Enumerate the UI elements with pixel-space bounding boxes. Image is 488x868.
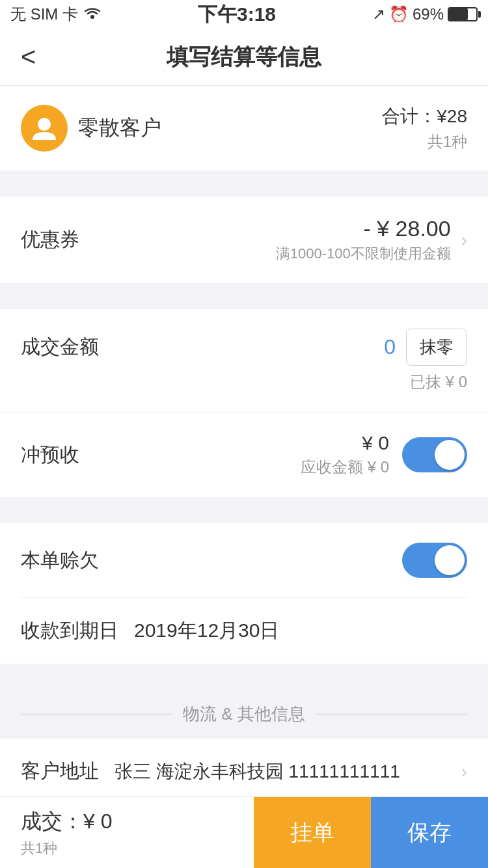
address-content: 张三 海淀永丰科技园 11111111111 <box>115 759 461 784</box>
separator-2 <box>0 296 488 309</box>
chong-sub: 应收金额 ¥ 0 <box>301 457 389 478</box>
hang-button[interactable]: 挂单 <box>254 797 371 869</box>
separator-4 <box>0 677 488 690</box>
status-right: ↗ ⏰ 69% <box>372 5 478 23</box>
bottom-deal-label: 成交： <box>21 809 83 833</box>
back-button[interactable]: < <box>21 37 46 77</box>
chong-value-block: ¥ 0 应收金额 ¥ 0 <box>301 432 389 478</box>
logistics-section-header: 物流 & 其他信息 <box>0 690 488 739</box>
header-line-left <box>21 714 172 714</box>
bottom-count: 共1种 <box>21 839 233 858</box>
separator-1 <box>0 183 488 197</box>
status-time: 下午3:18 <box>198 1 276 28</box>
address-row[interactable]: 客户地址 张三 海淀永丰科技园 11111111111 › <box>0 739 488 804</box>
deal-card: 成交金额 抹零 已抹 ¥ 0 冲预收 ¥ 0 应收金额 ¥ 0 <box>0 309 488 497</box>
bottom-info: 成交：¥ 0 共1种 <box>0 807 254 858</box>
customer-name: 零散客户 <box>78 114 161 142</box>
she-qian-card: 本单赊欠 收款到期日 2019年12月30日 <box>0 523 488 664</box>
bottom-deal-text: 成交：¥ 0 <box>21 807 233 836</box>
chong-yushou-row: 冲预收 ¥ 0 应收金额 ¥ 0 <box>0 413 488 497</box>
alarm-icon: ⏰ <box>389 5 409 23</box>
svg-point-0 <box>90 15 94 19</box>
nav-title: 填写结算等信息 <box>167 42 321 72</box>
she-qian-row: 本单赊欠 <box>0 523 488 597</box>
status-left: 无 SIM 卡 <box>10 4 102 25</box>
due-date-label: 收款到期日 <box>21 617 118 644</box>
save-button[interactable]: 保存 <box>371 797 488 869</box>
coupon-label: 优惠券 <box>21 226 79 253</box>
bottom-deal-value: ¥ 0 <box>83 809 112 833</box>
yi-mo-text: 已抹 ¥ 0 <box>410 373 467 390</box>
coupon-card: 优惠券 - ¥ 28.00 满1000-100不限制使用金额 › <box>0 197 488 283</box>
battery-icon <box>448 7 478 21</box>
deal-amount-row: 成交金额 抹零 已抹 ¥ 0 <box>0 309 488 413</box>
no-sim-text: 无 SIM 卡 <box>10 4 78 25</box>
battery-percent: 69% <box>413 5 444 23</box>
coupon-row[interactable]: 优惠券 - ¥ 28.00 满1000-100不限制使用金额 › <box>0 197 488 283</box>
location-icon: ↗ <box>372 5 385 23</box>
chong-toggle[interactable] <box>402 437 467 472</box>
she-qian-label: 本单赊欠 <box>21 547 99 574</box>
address-label: 客户地址 <box>21 758 99 785</box>
address-chevron: › <box>461 761 467 782</box>
customer-avatar <box>21 105 68 152</box>
content: 零散客户 合计：¥28 共1种 优惠券 - ¥ 28.00 满1000-100不… <box>0 86 488 868</box>
coupon-value-block: - ¥ 28.00 满1000-100不限制使用金额 <box>276 216 451 264</box>
deal-amount-label: 成交金额 <box>21 334 99 360</box>
coupon-desc: 满1000-100不限制使用金额 <box>276 244 451 264</box>
she-qian-toggle-thumb <box>435 545 465 575</box>
separator-3 <box>0 510 488 523</box>
bottom-bar: 成交：¥ 0 共1种 挂单 保存 <box>0 796 488 868</box>
header-line-right <box>316 714 467 714</box>
status-bar: 无 SIM 卡 下午3:18 ↗ ⏰ 69% <box>0 0 488 29</box>
customer-total: 合计：¥28 <box>382 104 467 129</box>
customer-count: 共1种 <box>382 131 467 152</box>
she-qian-toggle[interactable] <box>402 543 467 578</box>
chong-label: 冲预收 <box>21 442 79 468</box>
due-date-value: 2019年12月30日 <box>134 617 279 644</box>
chong-amount: ¥ 0 <box>301 432 389 454</box>
customer-row: 零散客户 合计：¥28 共1种 <box>0 86 488 170</box>
nav-bar: < 填写结算等信息 <box>0 29 488 86</box>
coupon-chevron: › <box>461 230 467 251</box>
wifi-icon <box>83 5 102 23</box>
coupon-amount: - ¥ 28.00 <box>276 216 451 241</box>
coupon-right: - ¥ 28.00 满1000-100不限制使用金额 › <box>276 216 467 264</box>
deal-amount-input[interactable] <box>318 335 396 359</box>
svg-point-1 <box>38 118 51 131</box>
chong-toggle-thumb <box>435 440 465 470</box>
customer-card: 零散客户 合计：¥28 共1种 <box>0 86 488 170</box>
customer-right: 合计：¥28 共1种 <box>382 104 467 152</box>
due-date-row: 收款到期日 2019年12月30日 <box>0 598 488 664</box>
customer-left: 零散客户 <box>21 105 161 152</box>
logistics-header-text: 物流 & 其他信息 <box>183 703 305 726</box>
address-card: 客户地址 张三 海淀永丰科技园 11111111111 › <box>0 739 488 804</box>
erase-button[interactable]: 抹零 <box>406 329 467 366</box>
